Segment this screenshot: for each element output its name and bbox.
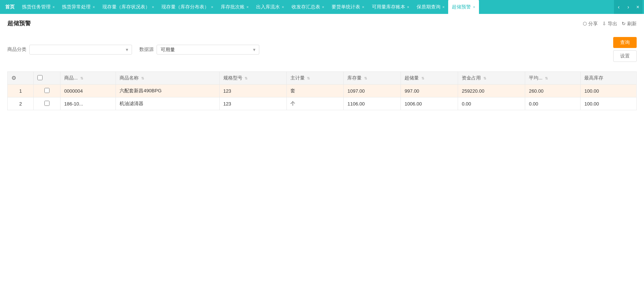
nav-next-button[interactable]: ›	[623, 0, 633, 14]
sort-icon[interactable]: ⇅	[80, 76, 83, 80]
nav-item-stock-status[interactable]: 现存量（库存状况表） ×	[99, 0, 158, 14]
close-icon[interactable]: ×	[52, 5, 55, 9]
page-title: 超储预警	[7, 20, 31, 27]
row-unit: 个	[286, 97, 344, 110]
share-icon: ⬡	[583, 21, 587, 26]
nav-item-available[interactable]: 可用量库存账本 ×	[368, 0, 413, 14]
nav-item-flow[interactable]: 出入库流水 ×	[252, 0, 288, 14]
row-product-code: 186-10...	[61, 97, 116, 110]
col-unit: 主计量 ⇅	[286, 72, 344, 85]
row-product-code: 0000004	[61, 85, 116, 97]
datasource-label: 数据源	[139, 46, 154, 53]
filter-area: 商品分类 数据源 可用量 查询 设置	[7, 33, 637, 66]
category-select-wrapper	[29, 45, 132, 55]
nav-item-home[interactable]: 首页	[1, 0, 18, 14]
table-body: 1 0000004 六配套新昌490BPG 123 套 1097.00 997.…	[8, 85, 637, 110]
row-unit: 套	[286, 85, 344, 97]
close-icon[interactable]: ×	[152, 5, 154, 9]
col-avg: 平均... ⇅	[525, 72, 581, 85]
row-checkbox-cell	[34, 85, 61, 97]
row-stock: 1106.00	[344, 97, 401, 110]
row-seq: 2	[8, 97, 34, 110]
nav-item-exception[interactable]: 拣货异常处理 ×	[58, 0, 98, 14]
nav-item-expiry[interactable]: 保质期查询 ×	[413, 0, 448, 14]
top-navigation: 首页 拣货任务管理 × 拣货异常处理 × 现存量（库存状况表） × 现存量（库存…	[0, 0, 644, 14]
nav-item-overstock[interactable]: 超储预警 ×	[448, 0, 479, 14]
close-icon[interactable]: ×	[282, 5, 284, 9]
table-header-row: ⚙ 商品... ⇅ 商品名称 ⇅ 规格型号 ⇅ 主计量	[8, 72, 637, 85]
share-button[interactable]: ⬡ 分享	[583, 21, 598, 27]
row-seq: 1	[8, 85, 34, 97]
nav-close-button[interactable]: ×	[633, 0, 643, 14]
datasource-filter-group: 数据源 可用量	[139, 45, 259, 55]
datasource-select[interactable]: 可用量	[157, 45, 259, 55]
row-capital: 0.00	[458, 97, 525, 110]
col-spec: 规格型号 ⇅	[219, 72, 286, 85]
col-stock: 库存量 ⇅	[344, 72, 401, 85]
close-icon[interactable]: ×	[473, 5, 475, 9]
gear-icon[interactable]: ⚙	[11, 75, 16, 81]
close-icon[interactable]: ×	[211, 5, 213, 9]
row-checkbox-cell	[34, 97, 61, 110]
nav-item-summary[interactable]: 收发存汇总表 ×	[288, 0, 328, 14]
col-overstock: 超储量 ⇅	[401, 72, 458, 85]
nav-item-stock-dist[interactable]: 现存量（库存分布表） ×	[158, 0, 217, 14]
sort-icon[interactable]: ⇅	[545, 76, 548, 80]
row-overstock: 1006.00	[401, 97, 458, 110]
close-icon[interactable]: ×	[407, 5, 409, 9]
data-table: ⚙ 商品... ⇅ 商品名称 ⇅ 规格型号 ⇅ 主计量	[7, 71, 637, 110]
nav-item-batch[interactable]: 库存批次账 ×	[217, 0, 252, 14]
table-row: 2 186-10... 机油滤清器 123 个 1106.00 1006.00 …	[8, 97, 637, 110]
row-avg: 260.00	[525, 85, 581, 97]
row-product-name: 六配套新昌490BPG	[116, 85, 219, 97]
close-icon[interactable]: ×	[322, 5, 324, 9]
sort-icon[interactable]: ⇅	[364, 76, 367, 80]
category-label: 商品分类	[7, 46, 26, 53]
col-gear: ⚙	[8, 72, 34, 85]
col-product-code: 商品... ⇅	[61, 72, 116, 85]
settings-button[interactable]: 设置	[613, 50, 637, 62]
category-select[interactable]	[29, 45, 132, 55]
export-button[interactable]: ⇩ 导出	[602, 21, 617, 27]
sort-icon[interactable]: ⇅	[421, 76, 424, 80]
query-button[interactable]: 查询	[613, 37, 637, 48]
page-header: 超储预警 ⬡ 分享 ⇩ 导出 ↻ 刷新	[7, 20, 637, 27]
select-all-checkbox[interactable]	[37, 75, 43, 80]
export-icon: ⇩	[602, 21, 606, 26]
row-overstock: 997.00	[401, 85, 458, 97]
nav-item-task[interactable]: 拣货任务管理 ×	[18, 0, 58, 14]
row-stock: 1097.00	[344, 85, 401, 97]
col-checkbox	[34, 72, 61, 85]
col-max-stock: 最高库存	[581, 72, 637, 85]
nav-prev-button[interactable]: ‹	[614, 0, 623, 14]
col-product-name: 商品名称 ⇅	[116, 72, 219, 85]
close-icon[interactable]: ×	[362, 5, 364, 9]
row-product-name: 机油滤清器	[116, 97, 219, 110]
close-icon[interactable]: ×	[92, 5, 95, 9]
row-avg: 0.00	[525, 97, 581, 110]
row-spec: 123	[219, 85, 286, 97]
table-row: 1 0000004 六配套新昌490BPG 123 套 1097.00 997.…	[8, 85, 637, 97]
sort-icon[interactable]: ⇅	[245, 76, 248, 80]
row-max-stock: 100.00	[581, 85, 637, 97]
datasource-select-wrapper: 可用量	[157, 45, 259, 55]
row-checkbox[interactable]	[44, 88, 50, 93]
nav-item-order-stat[interactable]: 要货单统计表 ×	[328, 0, 368, 14]
category-filter-group: 商品分类	[7, 45, 132, 55]
page-content: 超储预警 ⬡ 分享 ⇩ 导出 ↻ 刷新 商品分类	[0, 14, 644, 293]
close-icon[interactable]: ×	[246, 5, 249, 9]
row-spec: 123	[219, 97, 286, 110]
sort-icon[interactable]: ⇅	[141, 76, 144, 80]
refresh-button[interactable]: ↻ 刷新	[622, 21, 637, 27]
nav-arrows: ‹ › ×	[614, 0, 643, 14]
filter-actions: 查询 设置	[613, 37, 637, 62]
close-icon[interactable]: ×	[442, 5, 444, 9]
col-capital: 资金占用 ⇅	[458, 72, 525, 85]
header-actions: ⬡ 分享 ⇩ 导出 ↻ 刷新	[583, 21, 637, 27]
sort-icon[interactable]: ⇅	[483, 76, 486, 80]
row-max-stock: 100.00	[581, 97, 637, 110]
sort-icon[interactable]: ⇅	[307, 76, 310, 80]
refresh-icon: ↻	[622, 21, 626, 26]
row-checkbox[interactable]	[44, 101, 50, 106]
row-capital: 259220.00	[458, 85, 525, 97]
